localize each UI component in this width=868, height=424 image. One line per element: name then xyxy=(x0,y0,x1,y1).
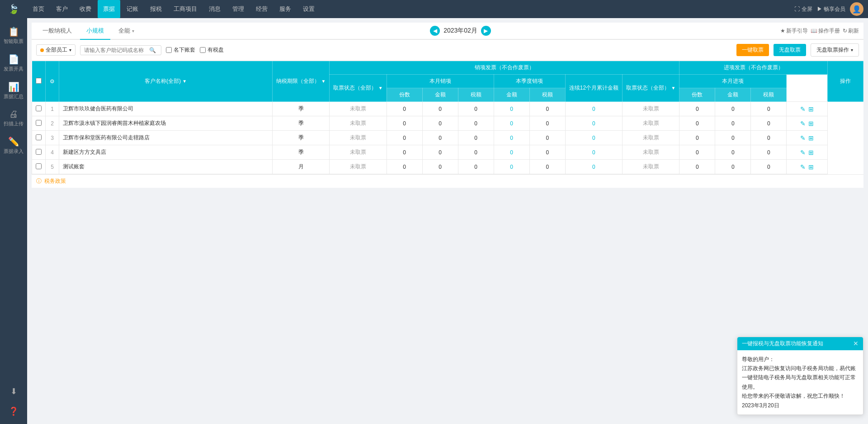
cumulative-amount-link[interactable]: 0 xyxy=(592,120,595,127)
checkbox-own-accounts-input[interactable] xyxy=(166,47,172,53)
edit-icon[interactable]: ✎ xyxy=(800,134,806,142)
search-icon[interactable]: 🔍 xyxy=(149,47,156,53)
row-checkbox[interactable] xyxy=(36,163,42,169)
nav-operation[interactable]: 经营 xyxy=(250,0,273,18)
vip-btn[interactable]: ▶ 畅享会员 xyxy=(817,5,845,13)
period-next-btn[interactable]: ▶ xyxy=(481,26,491,36)
row-checkbox[interactable] xyxy=(36,120,42,126)
manual-btn[interactable]: 📖 操作手册 xyxy=(811,27,840,35)
header-tax-period: 纳税期限（全部） ▼ xyxy=(273,61,330,102)
period-prev-btn[interactable]: ◀ xyxy=(430,26,440,36)
cumulative-amount-link[interactable]: 0 xyxy=(592,164,595,170)
row-tax-period: 季 xyxy=(273,145,330,160)
nav-settings[interactable]: 设置 xyxy=(297,0,320,18)
tab-general-taxpayer[interactable]: 一般纳税人 xyxy=(36,23,78,40)
checkbox-tax-disk[interactable]: 有税盘 xyxy=(200,46,224,54)
edit-icon[interactable]: ✎ xyxy=(800,149,806,156)
filter-icon4[interactable]: ▼ xyxy=(671,86,675,91)
nav-service[interactable]: 服务 xyxy=(274,0,297,18)
download-btn[interactable]: ⬇ xyxy=(5,383,22,400)
tab-dropdown-icon[interactable]: ▾ xyxy=(132,29,134,33)
checkbox-tax-disk-input[interactable] xyxy=(200,47,206,53)
table-row: 2 卫辉市汲水镇下园润睿阁苗木种植家庭农场 季 未取票 0 0 0 0 0 0 … xyxy=(32,116,863,131)
row-checkbox[interactable] xyxy=(36,149,42,155)
detail-icon[interactable]: ⊞ xyxy=(808,163,814,171)
row-purchase-shares: 0 xyxy=(679,145,715,160)
cumulative-amount-link[interactable]: 0 xyxy=(592,106,595,112)
row-cumulative-amount: 0 xyxy=(565,102,622,116)
nav-accounting[interactable]: 记账 xyxy=(121,0,144,18)
row-month-tax: 0 xyxy=(458,116,494,131)
select-all-checkbox[interactable] xyxy=(36,78,42,84)
row-month-shares: 0 xyxy=(387,160,422,174)
sidebar-item-label: 扫描上传 xyxy=(4,120,24,127)
header-purchase-shares: 份数 xyxy=(679,88,715,102)
tax-policy-link[interactable]: 税务政策 xyxy=(44,177,66,185)
no-disk-ticket-btn[interactable]: 无盘取票 xyxy=(774,44,806,56)
detail-icon[interactable]: ⊞ xyxy=(808,149,814,156)
nav-home[interactable]: 首页 xyxy=(27,0,50,18)
season-amount-link[interactable]: 0 xyxy=(510,164,513,170)
tab-small-scale[interactable]: 小规模 xyxy=(80,23,110,40)
row-month-tax: 0 xyxy=(458,160,494,174)
footer-bar[interactable]: ⓘ 税务政策 xyxy=(32,174,863,188)
sidebar-item-invoice-entry[interactable]: ✏️ 票据录入 xyxy=(1,133,26,158)
row-cumulative-amount: 0 xyxy=(565,160,622,174)
header-this-month-purchase: 本月进项 xyxy=(679,75,787,88)
filter-icon3[interactable]: ▼ xyxy=(378,86,383,91)
one-click-ticket-btn[interactable]: 一键取票 xyxy=(736,44,769,56)
top-nav: 🍃 首页 客户 收费 票据 记账 报税 工商项目 消息 管理 经营 服务 设置 … xyxy=(0,0,868,18)
sidebar-item-invoice-summary[interactable]: 📊 票据汇总 xyxy=(1,78,26,104)
nav-message[interactable]: 消息 xyxy=(203,0,226,18)
row-purchase-tax: 0 xyxy=(751,160,787,174)
edit-icon[interactable]: ✎ xyxy=(800,120,806,127)
filter-bar: 全部员工 ▾ 🔍 名下账套 有税盘 一键取票 无盘取票 无盘取票操作 ▾ xyxy=(32,40,863,61)
row-month-tax: 0 xyxy=(458,145,494,160)
row-season-amount: 0 xyxy=(494,131,529,145)
nav-management[interactable]: 管理 xyxy=(227,0,250,18)
row-purchase-amount: 0 xyxy=(715,116,751,131)
row-month-amount: 0 xyxy=(422,102,458,116)
detail-icon[interactable]: ⊞ xyxy=(808,105,814,113)
nav-customer[interactable]: 客户 xyxy=(51,0,73,18)
tab-all-capable[interactable]: 全能 ▾ xyxy=(112,23,141,40)
sidebar-item-issue-invoice[interactable]: 📄 发票开具 xyxy=(1,50,26,76)
edit-icon[interactable]: ✎ xyxy=(800,163,806,171)
fullscreen-btn[interactable]: ⛶ 全屏 xyxy=(794,5,812,13)
search-input[interactable] xyxy=(84,47,147,53)
checkbox-own-accounts[interactable]: 名下账套 xyxy=(166,46,195,54)
notification-line: 2023年3月20日 xyxy=(742,401,859,410)
new-guide-btn[interactable]: ★ 新手引导 xyxy=(780,27,808,35)
filter-icon2[interactable]: ▼ xyxy=(321,79,326,84)
row-purchase-tax: 0 xyxy=(751,145,787,160)
row-checkbox[interactable] xyxy=(36,105,42,111)
nav-invoice[interactable]: 票据 xyxy=(98,0,120,18)
no-disk-ops-btn[interactable]: 无盘取票操作 ▾ xyxy=(811,43,859,57)
sidebar-item-scan-upload[interactable]: 🖨 扫描上传 xyxy=(1,105,26,131)
row-month-shares: 0 xyxy=(387,116,422,131)
row-cancel-status-purchase: 未取票 xyxy=(623,145,679,160)
season-amount-link[interactable]: 0 xyxy=(510,135,513,141)
season-amount-link[interactable]: 0 xyxy=(510,106,513,112)
season-amount-link[interactable]: 0 xyxy=(510,120,513,127)
detail-icon[interactable]: ⊞ xyxy=(808,134,814,142)
notification-close-btn[interactable]: ✕ xyxy=(853,340,859,347)
refresh-btn[interactable]: ↻ 刷新 xyxy=(843,27,859,35)
row-checkbox[interactable] xyxy=(36,134,42,140)
header-settings: ⚙ xyxy=(46,61,59,102)
season-amount-link[interactable]: 0 xyxy=(510,149,513,156)
row-cancel-status-sales: 未取票 xyxy=(330,131,387,145)
cumulative-amount-link[interactable]: 0 xyxy=(592,135,595,141)
sidebar-item-smart-ticket[interactable]: 📋 智能取票 xyxy=(1,23,26,48)
nav-tax[interactable]: 报税 xyxy=(145,0,167,18)
nav-fee[interactable]: 收费 xyxy=(74,0,97,18)
help-btn[interactable]: ❓ xyxy=(5,403,22,419)
row-purchase-amount: 0 xyxy=(715,102,751,116)
detail-icon[interactable]: ⊞ xyxy=(808,120,814,127)
cumulative-amount-link[interactable]: 0 xyxy=(592,149,595,156)
edit-icon[interactable]: ✎ xyxy=(800,105,806,113)
employee-filter[interactable]: 全部员工 ▾ xyxy=(36,44,75,56)
avatar[interactable]: 👤 xyxy=(850,2,863,16)
nav-business[interactable]: 工商项目 xyxy=(168,0,203,18)
filter-icon[interactable]: ▼ xyxy=(182,79,187,84)
